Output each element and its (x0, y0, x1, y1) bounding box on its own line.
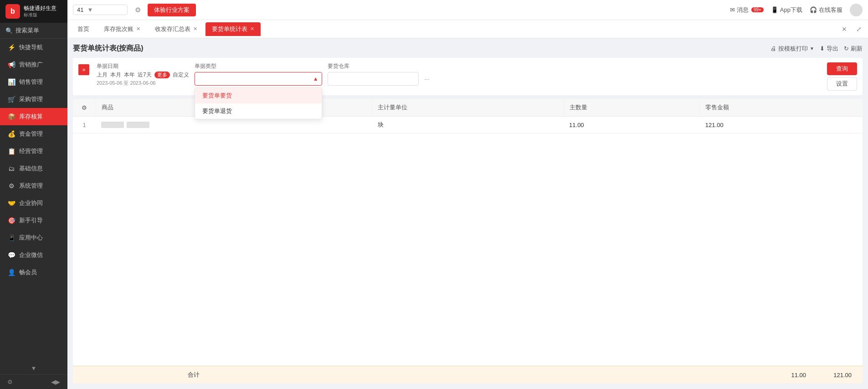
page-actions: 🖨 按模板打印 ▼ ⬇ 导出 ↻ 刷新 (770, 45, 863, 53)
topbar-gear-btn[interactable]: ⚙ (131, 4, 144, 16)
settings-btn[interactable]: 设置 (827, 77, 857, 91)
refresh-icon: ↻ (844, 45, 849, 52)
type-filter-label: 单据类型 (195, 62, 322, 70)
th-amount: 零售金额 (700, 99, 863, 117)
filter-expand-btn[interactable]: » (78, 64, 89, 75)
date-range-text: 2023-05-06 至 2023-06-06 (97, 80, 189, 87)
row-num: 1 (73, 117, 96, 133)
data-table: ⚙ 商品 主计量单位 主数量 零售金额 (73, 99, 863, 133)
search-icon: 🔍 (5, 27, 13, 34)
tab-inventory-batch[interactable]: 库存批次账 ✕ (98, 22, 147, 36)
warehouse-filter-group: 要货仓库 ··· (328, 62, 433, 86)
store-selector-arrow: ▼ (87, 6, 93, 13)
date-shortcut-more[interactable]: 更多 (154, 72, 170, 78)
sidebar-item-wechat[interactable]: 💬 企业微信 (0, 246, 67, 264)
sidebar-item-quick-nav[interactable]: ⚡ 快捷导航 (0, 39, 67, 56)
table-settings-icon: ⚙ (82, 104, 87, 111)
collapse-sidebar-btn[interactable]: ◀▶ (51, 379, 60, 385)
product-placeholder-1 (101, 122, 124, 128)
dropdown-item-tui-huo[interactable]: 要货单退货 (195, 103, 322, 119)
product-placeholder-2 (127, 122, 149, 128)
sidebar-item-operations[interactable]: 📋 经营管理 (0, 143, 67, 160)
table-footer: 合计 11.00 121.00 (73, 366, 863, 384)
dropdown-item-yao-huo[interactable]: 要货单要货 (195, 88, 322, 103)
sidebar-item-app[interactable]: 📱 应用中心 (0, 229, 67, 246)
type-select-arrow: ▲ (313, 76, 318, 82)
date-shortcut-this-month[interactable]: 本月 (110, 71, 121, 79)
date-shortcut-last-month[interactable]: 上月 (97, 71, 108, 79)
filter-panel: » 单据日期 上月 本月 本年 近7天 更多 自定义 2023-05-06 至 … (73, 58, 863, 95)
footer-values: 11.00 121.00 (766, 372, 857, 379)
date-shortcut-this-year[interactable]: 本年 (124, 71, 135, 79)
date-shortcuts: 上月 本月 本年 近7天 更多 自定义 (97, 71, 189, 79)
filter-more-btn[interactable]: ··· (421, 72, 433, 85)
sidebar-item-collab[interactable]: 🤝 企业协同 (0, 194, 67, 212)
user-avatar[interactable] (850, 4, 863, 16)
sidebar-scroll-down[interactable]: ▼ (0, 362, 67, 374)
print-template-btn[interactable]: 🖨 按模板打印 ▼ (770, 45, 814, 53)
footer-qty: 11.00 (766, 372, 812, 379)
footer-label: 合计 (78, 371, 200, 379)
sidebar-item-guide[interactable]: 🎯 新手引导 (0, 212, 67, 229)
sidebar: b 畅捷通好生意 标准版 🔍 搜索菜单 ⚡ 快捷导航 📢 营销推广 📊 销售管理… (0, 0, 67, 389)
marketing-icon: 📢 (7, 61, 15, 69)
filter-row: 单据日期 上月 本月 本年 近7天 更多 自定义 2023-05-06 至 20… (97, 62, 820, 87)
purchase-icon: 🛒 (7, 95, 15, 103)
date-shortcut-7days[interactable]: 近7天 (138, 71, 152, 79)
tab-close-order-stat[interactable]: ✕ (250, 26, 254, 32)
main-area: 41 ▼ ⚙ 体验行业方案 ✉ 消息 99+ 📱 App下载 🎧 在线客服 (67, 0, 868, 389)
sidebar-item-basic[interactable]: 🗂 基础信息 (0, 160, 67, 177)
tab-order-stat[interactable]: 要货单统计表 ✕ (205, 22, 261, 36)
type-select[interactable] (195, 72, 322, 86)
th-settings[interactable]: ⚙ (73, 99, 96, 117)
guide-icon: 🎯 (7, 216, 15, 225)
refresh-btn[interactable]: ↻ 刷新 (844, 45, 863, 53)
date-filter-group: 单据日期 上月 本月 本年 近7天 更多 自定义 2023-05-06 至 20… (97, 62, 189, 87)
query-btn[interactable]: 查询 (827, 62, 857, 75)
export-btn[interactable]: ⬇ 导出 (820, 45, 838, 53)
date-filter-label: 单据日期 (97, 62, 189, 70)
th-qty: 主数量 (564, 99, 700, 117)
print-icon: 🖨 (770, 45, 776, 52)
industry-btn[interactable]: 体验行业方案 (148, 4, 196, 16)
page-header: 要货单统计表(按商品) 🖨 按模板打印 ▼ ⬇ 导出 ↻ 刷新 (73, 44, 863, 53)
topbar-left: 41 ▼ ⚙ 体验行业方案 (73, 4, 726, 16)
finance-icon: 💰 (7, 130, 15, 138)
messages-btn[interactable]: ✉ 消息 99+ (730, 6, 764, 14)
print-arrow-icon: ▼ (810, 46, 814, 51)
type-filter-group: 单据类型 ▲ 要货单要货 要货单退货 (195, 62, 322, 86)
table-header-row: ⚙ 商品 主计量单位 主数量 零售金额 (73, 99, 863, 117)
tab-receipt-summary[interactable]: 收发存汇总表 ✕ (149, 22, 204, 36)
sidebar-header: b 畅捷通好生意 标准版 (0, 0, 67, 23)
tab-close-inventory-batch[interactable]: ✕ (136, 26, 140, 32)
sidebar-brand: 畅捷通好生意 标准版 (24, 5, 56, 18)
system-icon: ⚙ (7, 182, 15, 190)
sidebar-item-sales[interactable]: 📊 销售管理 (0, 73, 67, 91)
sales-icon: 📊 (7, 78, 15, 86)
type-dropdown: 要货单要货 要货单退货 (195, 87, 322, 119)
member-icon: 👤 (7, 268, 15, 276)
sidebar-footer: ⚙ ◀▶ (0, 374, 67, 389)
close-all-tabs-btn[interactable]: ✕ (839, 24, 850, 35)
sidebar-item-purchase[interactable]: 🛒 采购管理 (0, 91, 67, 108)
date-shortcut-custom[interactable]: 自定义 (173, 71, 189, 79)
warehouse-input[interactable] (328, 72, 419, 86)
expand-tabs-btn[interactable]: ⤢ (853, 24, 864, 35)
tab-home[interactable]: 首页 (71, 22, 96, 36)
sidebar-item-marketing[interactable]: 📢 营销推广 (0, 56, 67, 73)
online-service-btn[interactable]: 🎧 在线客服 (810, 6, 842, 14)
sidebar-item-finance[interactable]: 💰 资金管理 (0, 125, 67, 143)
sidebar-item-member[interactable]: 👤 畅会员 (0, 264, 67, 281)
sidebar-item-inventory[interactable]: 📦 库存核算 (0, 108, 67, 125)
settings-footer-icon[interactable]: ⚙ (7, 379, 13, 385)
filter-actions: 查询 设置 (827, 62, 857, 91)
tabs-actions: ✕ ⤢ (839, 24, 864, 35)
app-download-btn[interactable]: 📱 App下载 (771, 6, 802, 14)
sidebar-item-system[interactable]: ⚙ 系统管理 (0, 177, 67, 194)
tab-close-receipt-summary[interactable]: ✕ (193, 26, 197, 32)
store-selector[interactable]: 41 ▼ (73, 5, 128, 15)
export-icon: ⬇ (820, 45, 825, 52)
sidebar-search[interactable]: 🔍 搜索菜单 (0, 23, 67, 39)
basic-icon: 🗂 (7, 164, 15, 173)
topbar: 41 ▼ ⚙ 体验行业方案 ✉ 消息 99+ 📱 App下载 🎧 在线客服 (67, 0, 868, 20)
